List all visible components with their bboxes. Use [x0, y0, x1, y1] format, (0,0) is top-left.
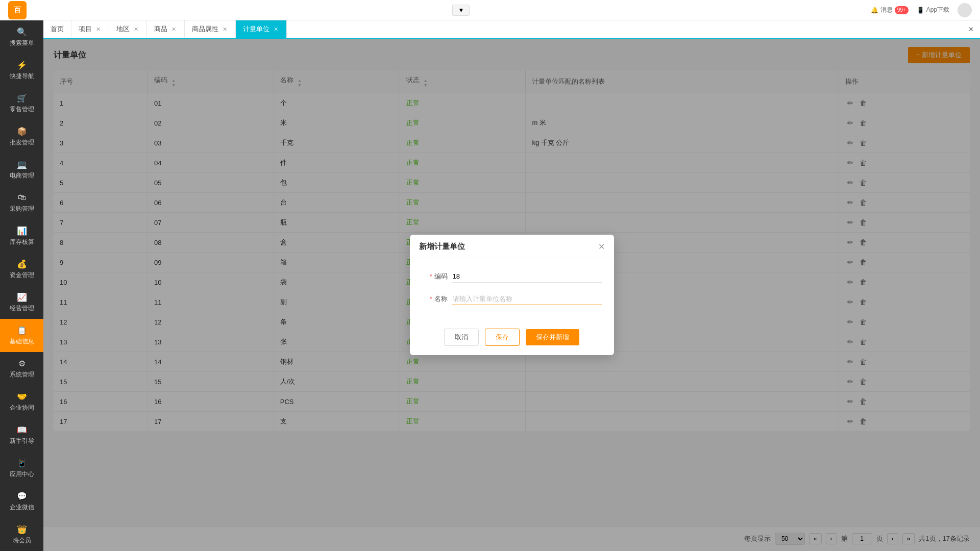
- sidebar-item-inventory[interactable]: 📊 库存核算: [0, 219, 43, 253]
- sidebar-label-operation: 经营管理: [10, 304, 34, 313]
- modal-footer: 取消 保存 保存并新增: [410, 323, 614, 355]
- main-content: 首页项目✕地区✕商品✕商品属性✕计量单位✕✕ 计量单位 + 新增计量单位 序号 …: [43, 20, 980, 551]
- ecommerce-icon: 💻: [17, 159, 27, 169]
- logo-area: 百: [8, 1, 52, 19]
- form-row-code: 编码: [422, 270, 602, 283]
- app-download-button[interactable]: 📱 App下载: [917, 6, 949, 14]
- finance-icon: 💰: [17, 259, 27, 269]
- sidebar-label-app-center: 应用中心: [10, 470, 34, 479]
- tab-label-5: 计量单位: [243, 24, 270, 34]
- sidebar-item-ecommerce[interactable]: 💻 电商管理: [0, 153, 43, 186]
- sidebar-label-guide: 新手引导: [10, 437, 34, 445]
- sidebar-item-system[interactable]: ⚙ 系统管理: [0, 352, 43, 385]
- name-input[interactable]: [452, 293, 602, 305]
- main-layout: 🔍 搜索菜单 ⚡ 快捷导航 🛒 零售管理 📦 批发管理 💻 电商管理 🛍 采购管…: [0, 20, 980, 551]
- search-icon: 🔍: [17, 27, 27, 37]
- notification-badge: 99+: [895, 6, 909, 14]
- tab-label-2: 地区: [116, 24, 130, 34]
- tab-2[interactable]: 地区✕: [109, 20, 147, 38]
- vip-icon: 👑: [17, 524, 27, 534]
- sidebar-label-wholesale: 批发管理: [10, 138, 34, 147]
- sidebar-item-wholesale[interactable]: 📦 批发管理: [0, 120, 43, 153]
- save-button[interactable]: 保存: [485, 329, 520, 346]
- sidebar-item-app-center[interactable]: 📱 应用中心: [0, 452, 43, 485]
- sidebar-label-base-info: 基础信息: [10, 337, 34, 346]
- notification-icon: 🔔: [871, 7, 878, 14]
- form-row-name: 名称: [422, 293, 602, 305]
- tab-label-3: 商品: [154, 24, 167, 34]
- sidebar-item-partner[interactable]: 🤝 企业协同: [0, 385, 43, 418]
- retail-icon: 🛒: [17, 93, 27, 103]
- sidebar-item-purchase[interactable]: 🛍 采购管理: [0, 186, 43, 219]
- operation-icon: 📈: [17, 292, 27, 302]
- app-logo: 百: [8, 1, 27, 19]
- tab-close-4[interactable]: ✕: [222, 26, 228, 33]
- tab-0[interactable]: 首页: [43, 20, 71, 38]
- top-bar-search: ▼: [452, 5, 470, 16]
- tab-close-2[interactable]: ✕: [133, 26, 139, 33]
- sidebar-item-search[interactable]: 🔍 搜索菜单: [0, 20, 43, 54]
- tab-label-0: 首页: [51, 24, 64, 34]
- purchase-icon: 🛍: [17, 192, 27, 203]
- modal-title: 新增计量单位: [419, 242, 465, 252]
- sidebar-label-retail: 零售管理: [10, 105, 34, 114]
- sidebar-label-ecommerce: 电商管理: [10, 171, 34, 180]
- modal-overlay: 新增计量单位 ✕ 编码 名称 取消: [43, 39, 980, 551]
- sidebar-item-operation[interactable]: 📈 经营管理: [0, 286, 43, 319]
- cancel-button[interactable]: 取消: [444, 329, 479, 346]
- sidebar-label-vip: 嗨会员: [13, 536, 31, 545]
- tab-4[interactable]: 商品属性✕: [185, 20, 236, 38]
- top-bar-right: 🔔 消息 99+ 📱 App下载: [871, 3, 972, 17]
- sidebar-label-inventory: 库存核算: [10, 238, 34, 246]
- tab-label-1: 项目: [79, 24, 92, 34]
- modal-close-button[interactable]: ✕: [598, 243, 605, 251]
- sidebar-label-system: 系统管理: [10, 370, 34, 379]
- code-label: 编码: [422, 272, 448, 281]
- sidebar: 🔍 搜索菜单 ⚡ 快捷导航 🛒 零售管理 📦 批发管理 💻 电商管理 🛍 采购管…: [0, 20, 43, 551]
- code-input[interactable]: [452, 270, 602, 283]
- save-new-button[interactable]: 保存并新增: [526, 329, 579, 345]
- top-bar-center: ▼: [52, 5, 871, 16]
- enterprise-icon: 💬: [17, 491, 27, 501]
- tab-5[interactable]: 计量单位✕: [236, 20, 287, 38]
- sidebar-label-search: 搜索菜单: [10, 39, 34, 47]
- wholesale-icon: 📦: [17, 126, 27, 136]
- sidebar-item-retail[interactable]: 🛒 零售管理: [0, 87, 43, 120]
- modal-header: 新增计量单位 ✕: [410, 235, 614, 258]
- sidebar-item-base-info[interactable]: 📋 基础信息: [0, 319, 43, 352]
- tab-close-3[interactable]: ✕: [170, 26, 177, 33]
- tab-1[interactable]: 项目✕: [71, 20, 109, 38]
- app-center-icon: 📱: [17, 458, 27, 468]
- close-all-tabs-button[interactable]: ✕: [962, 21, 980, 37]
- partner-icon: 🤝: [17, 391, 27, 402]
- base-info-icon: 📋: [17, 325, 27, 335]
- tab-close-1[interactable]: ✕: [95, 26, 102, 33]
- inventory-icon: 📊: [17, 226, 27, 236]
- guide-icon: 📖: [17, 424, 27, 435]
- top-bar: 百 ▼ 🔔 消息 99+ 📱 App下载: [0, 0, 980, 20]
- name-label: 名称: [422, 294, 448, 304]
- tab-close-5[interactable]: ✕: [273, 26, 279, 33]
- tab-3[interactable]: 商品✕: [147, 20, 185, 38]
- sidebar-label-partner: 企业协同: [10, 404, 34, 412]
- add-unit-modal: 新增计量单位 ✕ 编码 名称 取消: [410, 235, 614, 355]
- notification-label: 消息: [880, 6, 893, 14]
- sidebar-item-finance[interactable]: 💰 资金管理: [0, 253, 43, 286]
- download-icon: 📱: [917, 7, 924, 14]
- sidebar-label-purchase: 采购管理: [10, 205, 34, 213]
- user-avatar[interactable]: [958, 3, 972, 17]
- notification-button[interactable]: 🔔 消息 99+: [871, 6, 909, 14]
- sidebar-item-enterprise[interactable]: 💬 企业微信: [0, 485, 43, 518]
- tab-label-4: 商品属性: [192, 24, 218, 34]
- app-download-label: App下载: [926, 6, 949, 14]
- tab-bar: 首页项目✕地区✕商品✕商品属性✕计量单位✕✕: [43, 20, 980, 39]
- sidebar-label-enterprise: 企业微信: [10, 503, 34, 512]
- sidebar-item-guide[interactable]: 📖 新手引导: [0, 418, 43, 452]
- system-icon: ⚙: [17, 358, 27, 368]
- modal-body: 编码 名称: [410, 258, 614, 323]
- sidebar-item-vip[interactable]: 👑 嗨会员: [0, 518, 43, 551]
- search-dropdown-button[interactable]: ▼: [452, 5, 470, 16]
- sidebar-label-finance: 资金管理: [10, 271, 34, 280]
- quick-nav-icon: ⚡: [17, 60, 27, 70]
- sidebar-item-quick-nav[interactable]: ⚡ 快捷导航: [0, 54, 43, 87]
